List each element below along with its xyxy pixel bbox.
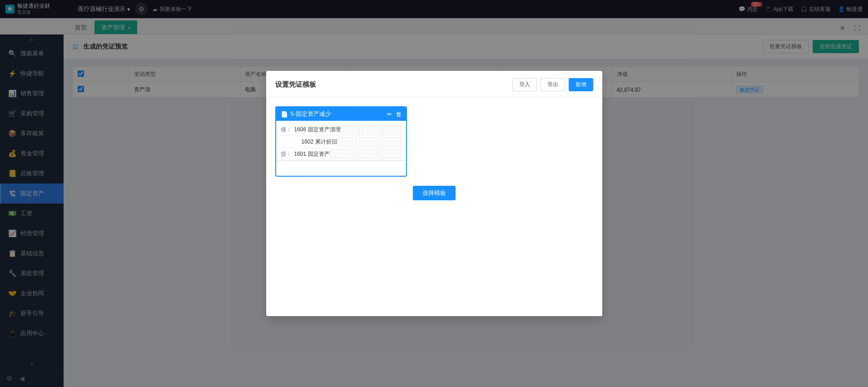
template-row-debit1: 借： 1606 固定资产清理 (276, 124, 406, 136)
modal-set-template: 设置凭证模板 导入 导出 新增 × 📄 5-固定资产减少 ✏ 🗑 (266, 71, 602, 316)
choose-template-button[interactable]: 选择模板 (413, 186, 456, 200)
modal-overlay: 设置凭证模板 导入 导出 新增 × 📄 5-固定资产减少 ✏ 🗑 (0, 0, 868, 387)
cell-6 (381, 137, 402, 146)
cell-8 (354, 149, 377, 159)
template-name: 5-固定资产减少 (291, 110, 332, 118)
template-row-credit1: 贷： 1601 固定资产 (276, 148, 406, 160)
credit1-cells (330, 149, 402, 159)
template-card: 📄 5-固定资产减少 ✏ 🗑 借： 1606 固定资产清理 (275, 106, 407, 177)
modal-header-actions: 导入 导出 新增 (512, 78, 593, 91)
modal-close-button[interactable]: × (590, 77, 595, 85)
cell-5 (359, 137, 379, 146)
new-template-button[interactable]: 新增 (569, 78, 593, 91)
cell-7 (330, 149, 352, 159)
import-button[interactable]: 导入 (512, 78, 537, 91)
choose-template-container: 选择模板 (275, 186, 593, 200)
cell-4 (337, 137, 357, 146)
debit1-cells (341, 125, 402, 134)
template-doc-icon: 📄 (281, 111, 288, 118)
template-card-body: 借： 1606 固定资产清理 1602 累计折旧 (276, 121, 406, 176)
export-button[interactable]: 导出 (541, 78, 565, 91)
debit-label-1: 借： (281, 126, 294, 134)
template-delete-icon[interactable]: 🗑 (396, 111, 402, 118)
template-card-header-actions: ✏ 🗑 (387, 111, 402, 118)
debit2-cells (337, 137, 402, 146)
account-code-3: 1601 固定资产 (294, 150, 330, 158)
cell-2 (362, 125, 381, 134)
template-card-header: 📄 5-固定资产减少 ✏ 🗑 (276, 107, 406, 121)
modal-header: 设置凭证模板 导入 导出 新增 × (266, 71, 602, 97)
cell-1 (341, 125, 360, 134)
account-code-2: 1602 累计折旧 (294, 138, 337, 146)
account-code-1: 1606 固定资产清理 (294, 126, 341, 134)
template-row-debit2: 1602 累计折旧 (276, 136, 406, 148)
template-edit-icon[interactable]: ✏ (387, 111, 392, 118)
modal-body: 📄 5-固定资产减少 ✏ 🗑 借： 1606 固定资产清理 (266, 97, 602, 316)
template-footer (276, 160, 406, 173)
modal-title: 设置凭证模板 (275, 80, 316, 89)
cell-3 (382, 125, 402, 134)
credit-label-1: 贷： (281, 150, 294, 158)
cell-9 (379, 149, 402, 159)
